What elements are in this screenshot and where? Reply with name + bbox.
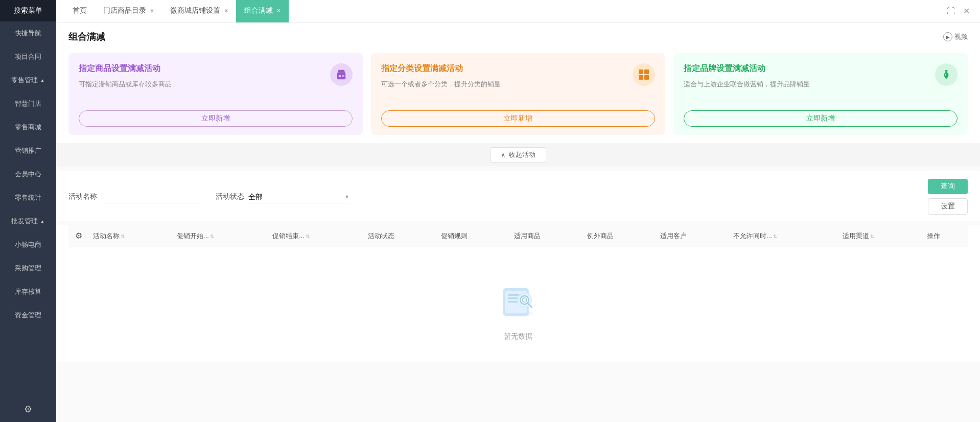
sidebar-item-inventory[interactable]: 库存核算 xyxy=(0,280,56,303)
tab-home[interactable]: 首页 xyxy=(64,0,95,22)
col-activity-name[interactable]: 活动名称⇅ xyxy=(89,225,173,247)
sort-icon: ⇅ xyxy=(773,233,777,239)
card-add-button[interactable]: 立即新增 xyxy=(381,110,655,127)
activity-name-input[interactable] xyxy=(101,191,203,203)
svg-rect-2 xyxy=(639,69,643,74)
col-applicable-goods: 适用商品 xyxy=(510,225,583,247)
empty-icon xyxy=(493,278,544,324)
card-title: 指定品牌设置满减活动 xyxy=(684,63,958,74)
collapse-up-icon: ∧ xyxy=(501,151,506,159)
main-content: 首页门店商品目录 ×微商城店铺设置 ×组合满减 × ⛶ ✕ 组合满减 ▶ 视频 … xyxy=(56,0,980,422)
sidebar-item-marketing[interactable]: 营销推广 xyxy=(0,139,56,162)
settings-icon[interactable]: ⚙ xyxy=(0,396,56,422)
settings-button[interactable]: 设置 xyxy=(928,198,968,215)
sort-icon: ⇅ xyxy=(210,233,214,239)
sidebar-item-retail-stats[interactable]: 零售统计 xyxy=(0,186,56,209)
card-category-card: 指定分类设置满减活动可选一个或者多个分类，提升分类的销量立即新增 xyxy=(371,53,665,135)
collapse-button[interactable]: ∧ 收起活动 xyxy=(490,147,546,162)
svg-rect-3 xyxy=(644,69,649,74)
card-title: 指定分类设置满减活动 xyxy=(381,63,655,74)
card-desc: 可选一个或者多个分类，提升分类的销量 xyxy=(381,79,655,102)
empty-state: 暂无数据 xyxy=(68,247,968,362)
activity-table: ⚙活动名称⇅促销开始...⇅促销结束...⇅活动状态促销规则适用商品例外商品适用… xyxy=(68,225,968,362)
card-add-button[interactable]: 立即新增 xyxy=(79,110,353,127)
card-icon xyxy=(935,63,958,86)
sort-icon: ⇅ xyxy=(870,233,874,239)
card-desc: 适合与上游企业联合做营销，提升品牌销量 xyxy=(684,79,958,102)
tab-bar: 首页门店商品目录 ×微商城店铺设置 ×组合满减 × ⛶ ✕ xyxy=(56,0,980,22)
col-promo-end[interactable]: 促销结束...⇅ xyxy=(268,225,364,247)
col-no-concurrent[interactable]: 不允许同时...⇅ xyxy=(729,225,838,247)
card-title: 指定商品设置满减活动 xyxy=(79,63,353,74)
col-gear[interactable]: ⚙ xyxy=(68,225,89,247)
tab-close-icon[interactable]: × xyxy=(150,7,154,14)
col-applicable-customer: 适用客户 xyxy=(656,225,729,247)
card-desc: 可指定滞销商品或库存较多商品 xyxy=(79,79,353,102)
page-content: 组合满减 ▶ 视频 指定商品设置满减活动可指定滞销商品或库存较多商品立即新增指定… xyxy=(56,22,980,422)
sidebar-item-member-center[interactable]: 会员中心 xyxy=(0,162,56,186)
query-button[interactable]: 查询 xyxy=(928,179,968,194)
sidebar-search[interactable]: 搜索菜单 xyxy=(0,0,56,21)
svg-rect-5 xyxy=(644,75,649,80)
tab-combo-discount[interactable]: 组合满减 × xyxy=(236,0,289,22)
card-add-button[interactable]: 立即新增 xyxy=(684,110,958,127)
activity-name-label: 活动名称 xyxy=(68,192,97,201)
sort-icon: ⇅ xyxy=(306,233,310,239)
card-icon xyxy=(330,63,353,86)
svg-rect-4 xyxy=(639,75,643,80)
sidebar-item-quick-nav[interactable]: 快捷导航 xyxy=(0,21,56,45)
maximize-button[interactable]: ⛶ xyxy=(945,4,957,18)
filter-area: 活动名称 活动状态 全部进行中已结束未开始 ▾ 查询 设置 xyxy=(56,171,980,221)
play-icon: ▶ xyxy=(943,32,952,41)
activity-status-label: 活动状态 xyxy=(216,192,244,201)
window-controls: ⛶ ✕ xyxy=(945,4,972,18)
svg-rect-0 xyxy=(337,73,346,79)
sidebar-item-retail-mgmt[interactable]: 零售管理▲ xyxy=(0,68,56,92)
sidebar-item-retail-mall[interactable]: 零售商城 xyxy=(0,115,56,139)
page-header: 组合满减 ▶ 视频 xyxy=(56,22,980,49)
col-operations: 操作 xyxy=(923,225,968,247)
tab-close-icon[interactable]: × xyxy=(277,7,281,14)
empty-text: 暂无数据 xyxy=(504,332,532,341)
tab-wechat-settings[interactable]: 微商城店铺设置 × xyxy=(162,0,236,22)
svg-point-1 xyxy=(339,75,341,77)
card-product-card: 指定商品设置满减活动可指定滞销商品或库存较多商品立即新增 xyxy=(68,53,363,135)
col-applicable-channel[interactable]: 适用渠道⇅ xyxy=(838,225,922,247)
status-select-wrapper: 全部进行中已结束未开始 ▾ xyxy=(248,191,351,203)
sidebar: 搜索菜单 快捷导航项目合同零售管理▲智慧门店零售商城营销推广会员中心零售统计批发… xyxy=(0,0,56,422)
tab-label: 门店商品目录 xyxy=(103,6,146,15)
gear-icon[interactable]: ⚙ xyxy=(75,231,82,240)
sidebar-item-purchase-mgmt[interactable]: 采购管理 xyxy=(0,256,56,280)
col-activity-status: 活动状态 xyxy=(364,225,437,247)
collapse-bar: ∧ 收起活动 xyxy=(56,143,980,167)
tab-store-catalog[interactable]: 门店商品目录 × xyxy=(95,0,162,22)
page-title: 组合满减 xyxy=(68,31,105,43)
card-brand-card: 指定品牌设置满减活动适合与上游企业联合做营销，提升品牌销量立即新增 xyxy=(673,53,968,135)
col-promo-start[interactable]: 促销开始...⇅ xyxy=(173,225,268,247)
tab-label: 首页 xyxy=(73,6,87,15)
tab-close-icon[interactable]: × xyxy=(224,7,228,14)
col-exception-goods: 例外商品 xyxy=(583,225,656,247)
activity-status-filter: 活动状态 全部进行中已结束未开始 ▾ xyxy=(216,191,351,203)
sidebar-item-project-contract[interactable]: 项目合同 xyxy=(0,45,56,68)
sidebar-item-funds-mgmt[interactable]: 资金管理 xyxy=(0,303,56,327)
svg-point-6 xyxy=(945,70,948,72)
col-promo-rule: 促销规则 xyxy=(437,225,510,247)
sort-icon: ⇅ xyxy=(121,233,125,239)
table-area: ⚙活动名称⇅促销开始...⇅促销结束...⇅活动状态促销规则适用商品例外商品适用… xyxy=(56,225,980,362)
expand-icon: ▲ xyxy=(40,219,45,224)
close-button[interactable]: ✕ xyxy=(961,4,972,18)
cards-area: 指定商品设置满减活动可指定滞销商品或库存较多商品立即新增指定分类设置满减活动可选… xyxy=(56,49,980,143)
tab-label: 组合满减 xyxy=(244,6,273,15)
sidebar-item-wholesale-mgmt[interactable]: 批发管理▲ xyxy=(0,209,56,233)
activity-name-filter: 活动名称 xyxy=(68,191,203,203)
video-link[interactable]: ▶ 视频 xyxy=(943,32,968,41)
activity-status-select[interactable]: 全部进行中已结束未开始 xyxy=(248,191,351,203)
card-icon xyxy=(633,63,655,86)
tab-label: 微商城店铺设置 xyxy=(170,6,220,15)
expand-icon: ▲ xyxy=(40,78,45,83)
filter-actions: 查询 设置 xyxy=(928,179,968,215)
sidebar-item-smart-store[interactable]: 智慧门店 xyxy=(0,92,56,115)
sidebar-item-xiaochangec[interactable]: 小畅电商 xyxy=(0,233,56,256)
